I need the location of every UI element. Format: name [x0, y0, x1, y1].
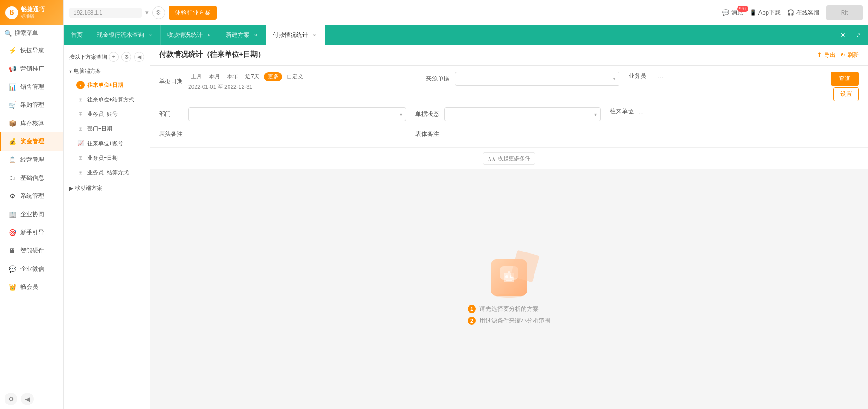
sidebar-item-system[interactable]: ⚙ 系统管理 — [0, 187, 63, 205]
tab-new-scheme[interactable]: 新建方案 × — [219, 25, 266, 45]
scheme-add-btn[interactable]: + — [109, 52, 119, 62]
main-wrapper: 192.168.1.1 ▾ ⚙ 体验行业方案 💬 消息 99+ 📱 App下载 … — [64, 0, 868, 409]
tab-new-scheme-close[interactable]: × — [252, 31, 259, 39]
scheme-item-unit-date[interactable]: ● 往来单位+日期 — [64, 78, 150, 92]
tab-bank-flow[interactable]: 现金银行流水查询 × — [90, 25, 161, 45]
partner-dots[interactable]: … — [639, 108, 646, 115]
topbar-service-btn[interactable]: 🎧 在线客服 — [787, 9, 820, 17]
staff-dots[interactable]: … — [658, 73, 664, 80]
refresh-icon: ↻ — [840, 51, 845, 58]
topbar-dropdown-icon[interactable]: ▾ — [145, 9, 149, 16]
hint-num-1: 1 — [468, 305, 476, 313]
topbar-app-btn[interactable]: 📱 App下载 — [749, 9, 781, 17]
industry-btn[interactable]: 体验行业方案 — [169, 6, 217, 20]
source-doc-select[interactable]: ▾ — [455, 72, 619, 86]
sidebar-item-enterprise[interactable]: 🏢 企业协同 — [0, 205, 63, 223]
sidebar-item-finance[interactable]: 💰 资金管理 — [0, 132, 63, 151]
topbar-address: 192.168.1.1 — [69, 8, 142, 18]
sidebar-settings-btn[interactable]: ⚙ — [5, 393, 17, 405]
partner-label: 往来单位 — [610, 107, 635, 116]
scheme-collapse-btn[interactable]: ◀ — [134, 52, 144, 62]
topbar: 192.168.1.1 ▾ ⚙ 体验行业方案 💬 消息 99+ 📱 App下载 … — [64, 0, 868, 25]
date-option-7days[interactable]: 近7天 — [243, 72, 262, 81]
scheme-settings-btn[interactable]: ⚙ — [121, 52, 131, 62]
collapse-btn[interactable]: ∧∧ 收起更多条件 — [483, 152, 535, 165]
scheme-item-unit-settle[interactable]: ⊞ 往来单位+结算方式 — [64, 92, 150, 107]
partner-control: … — [639, 108, 795, 115]
export-btn[interactable]: ⬆ 导出 — [817, 51, 836, 59]
body-remark-input[interactable] — [444, 127, 601, 141]
logo-brand: 畅捷通巧 — [21, 6, 45, 13]
sidebar-item-purchase[interactable]: 🛒 采购管理 — [0, 96, 63, 114]
query-btn[interactable]: 查询 — [831, 72, 859, 86]
date-option-last-month[interactable]: 上月 — [188, 72, 205, 81]
date-option-this-year[interactable]: 本年 — [224, 72, 241, 81]
date-range-text: 2022-01-01 至 2022-12-31 — [188, 83, 306, 91]
scheme-item-label: 往来单位+日期 — [87, 81, 123, 89]
tab-payment-stats-label: 付款情况统计 — [273, 31, 308, 39]
sidebar-item-label: 经营管理 — [20, 156, 44, 164]
filter-date: 单据日期 上月 本月 本年 近7天 更多 自定义 — [159, 72, 417, 91]
scheme-item-dept-date[interactable]: ⊞ 部门+日期 — [64, 121, 150, 136]
tab-receipt-stats[interactable]: 收款情况统计 × — [161, 25, 219, 45]
sidebar-collapse-btn[interactable]: ◀ — [21, 393, 34, 405]
settings-btn[interactable]: 设置 — [833, 87, 859, 101]
system-icon: ⚙ — [8, 192, 17, 201]
scheme-item-unit-account[interactable]: 📈 往来单位+账号 — [64, 136, 150, 151]
page-actions: ⬆ 导出 ↻ 刷新 — [817, 51, 859, 59]
filter-header-remark: 表头备注 — [159, 127, 406, 141]
tab-payment-stats[interactable]: 付款情况统计 × — [266, 25, 325, 45]
sidebar-nav: ⚡ 快捷导航 📢 营销推广 📊 销售管理 🛒 采购管理 📦 库存核算 💰 资金管… — [0, 41, 63, 389]
sidebar-item-sales[interactable]: 📊 销售管理 — [0, 78, 63, 96]
user-avatar[interactable]: Rit — [826, 5, 863, 20]
dept-select[interactable]: ▾ — [188, 107, 406, 121]
sidebar-item-member[interactable]: 👑 畅会员 — [0, 278, 63, 296]
tab-new-scheme-label: 新建方案 — [226, 31, 249, 39]
sidebar-item-inventory[interactable]: 📦 库存核算 — [0, 114, 63, 132]
header-remark-input[interactable] — [188, 127, 406, 141]
tabbar-close-btn[interactable]: ✕ — [837, 29, 849, 41]
sidebar-item-label: 智能硬件 — [20, 247, 44, 255]
tab-receipt-stats-label: 收款情况统计 — [167, 31, 203, 39]
sidebar-item-ops[interactable]: 📋 经营管理 — [0, 151, 63, 169]
date-option-more[interactable]: 更多 — [264, 72, 282, 81]
sidebar-item-basic[interactable]: 🗂 基础信息 — [0, 169, 63, 187]
topbar-gear-btn[interactable]: ⚙ — [152, 6, 165, 19]
sales-icon: 📊 — [8, 82, 17, 91]
topbar-msg-btn[interactable]: 💬 消息 99+ — [722, 9, 743, 17]
sidebar-search[interactable]: 🔍 搜索菜单 — [0, 25, 63, 41]
refresh-btn[interactable]: ↻ 刷新 — [840, 51, 859, 59]
sidebar-item-hardware[interactable]: 🖥 智能硬件 — [0, 242, 63, 260]
tab-receipt-stats-close[interactable]: × — [205, 31, 213, 39]
header-remark-label: 表头备注 — [159, 130, 185, 138]
tab-bank-flow-close[interactable]: × — [147, 31, 154, 39]
doc-status-select[interactable]: ▾ — [444, 107, 601, 121]
scheme-item-staff-settle[interactable]: ⊞ 业务员+结算方式 — [64, 165, 150, 180]
chevron-down-icon: ▾ — [69, 68, 72, 75]
export-label: 导出 — [824, 51, 836, 59]
scheme-item-label: 业务员+日期 — [87, 154, 118, 162]
date-option-this-month[interactable]: 本月 — [206, 72, 223, 81]
basic-icon: 🗂 — [8, 173, 17, 182]
chevron-down-icon: ▾ — [400, 112, 402, 117]
date-option-custom[interactable]: 自定义 — [284, 72, 306, 81]
tab-home[interactable]: 首页 — [64, 25, 90, 45]
scheme-desktop-category[interactable]: ▾ 电脑端方案 — [64, 65, 150, 78]
empty-illustration — [482, 250, 536, 296]
filter-partner: 往来单位 … — [610, 107, 795, 116]
sidebar-item-wechat[interactable]: 💬 企业微信 — [0, 260, 63, 278]
scheme-mobile-category[interactable]: ▶ 移动端方案 — [64, 182, 150, 195]
tabbar-expand-btn[interactable]: ⤢ — [853, 29, 864, 41]
mobile-category-label: 移动端方案 — [75, 184, 102, 192]
address-text: 192.168.1.1 — [74, 10, 102, 16]
scheme-item-staff-date[interactable]: ⊞ 业务员+日期 — [64, 151, 150, 165]
sidebar-item-guide[interactable]: 🎯 新手引导 — [0, 223, 63, 242]
sidebar-item-quick-nav[interactable]: ⚡ 快捷导航 — [0, 41, 63, 60]
scheme-item-label: 往来单位+结算方式 — [87, 96, 134, 104]
user-name: Rit — [841, 10, 848, 16]
sidebar-item-marketing[interactable]: 📢 营销推广 — [0, 60, 63, 78]
logo-text-block: 畅捷通巧 标准版 — [21, 6, 45, 20]
table-icon: ⊞ — [76, 110, 85, 118]
scheme-item-staff-account[interactable]: ⊞ 业务员+账号 — [64, 107, 150, 121]
tab-payment-stats-close[interactable]: × — [311, 31, 318, 39]
